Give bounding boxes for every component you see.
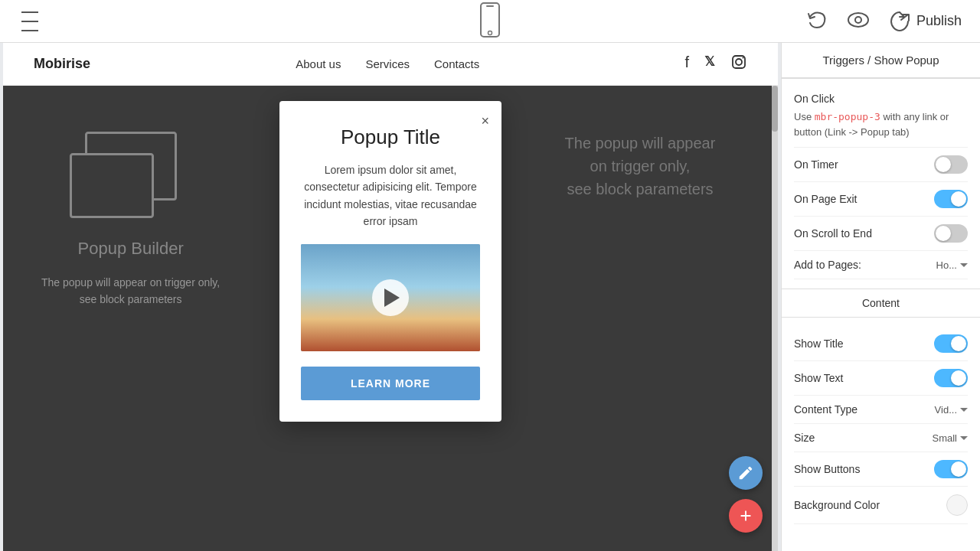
show-buttons-item: Show Buttons (794, 452, 968, 487)
scrollbar-thumb[interactable] (772, 86, 778, 132)
size-item: Size Small (794, 424, 968, 452)
show-title-label: Show Title (794, 337, 844, 350)
background-color-label: Background Color (794, 499, 880, 511)
play-triangle-icon (384, 289, 400, 307)
on-page-exit-label: On Page Exit (794, 193, 858, 205)
toolbar-right: Publish (806, 9, 962, 34)
right-placeholder-text: The popup will appear on trigger only,se… (564, 132, 717, 201)
on-timer-toggle-thumb (936, 157, 951, 172)
popup-close-button[interactable]: × (481, 113, 489, 129)
popup-builder-icon (70, 132, 192, 223)
on-scroll-to-end-label: On Scroll to End (794, 227, 872, 240)
show-text-toggle-thumb (951, 370, 966, 386)
right-placeholder: The popup will appear on trigger only,se… (564, 132, 717, 201)
background-color-item: Background Color (794, 487, 968, 524)
on-page-exit-toggle-thumb (951, 191, 966, 207)
svg-point-8 (743, 57, 744, 59)
svg-point-4 (855, 17, 861, 23)
size-label: Size (794, 432, 815, 444)
popup-builder-placeholder: Popup Builder The popup will appear on t… (41, 132, 220, 308)
learn-more-button[interactable]: LEARN MORE (301, 367, 480, 400)
on-timer-item: On Timer (794, 148, 968, 182)
show-buttons-toggle[interactable] (934, 460, 968, 478)
svg-point-3 (848, 13, 868, 27)
svg-point-1 (488, 31, 492, 34)
on-page-exit-item: On Page Exit (794, 182, 968, 217)
nav-socials: f 𝕏 (684, 54, 747, 74)
show-text-label: Show Text (794, 372, 843, 384)
on-scroll-to-end-item: On Scroll to End (794, 217, 968, 251)
nav-link-contacts[interactable]: Contacts (434, 57, 479, 70)
on-click-code: mbr-popup-3 (815, 111, 880, 122)
preview-nav: Mobirise About us Services Contacts f 𝕏 (3, 43, 778, 86)
popup-builder-title: Popup Builder (41, 239, 220, 259)
background-color-swatch[interactable] (946, 494, 968, 516)
show-text-item: Show Text (794, 361, 968, 396)
toolbar-left (18, 6, 41, 37)
content-type-chevron-icon (960, 408, 968, 412)
undo-icon[interactable] (806, 9, 828, 34)
show-title-toggle[interactable] (934, 334, 968, 353)
popup-modal-title: Popup Title (301, 126, 480, 149)
popup-builder-text: The popup will appear on trigger only,se… (41, 274, 220, 308)
nav-links: About us Services Contacts (296, 57, 479, 70)
size-chevron-icon (960, 436, 968, 440)
add-to-pages-dropdown[interactable]: Ho... (936, 259, 968, 271)
preview-container: Mobirise About us Services Contacts f 𝕏 (3, 43, 778, 551)
on-scroll-to-end-toggle[interactable] (934, 224, 968, 243)
facebook-icon[interactable]: f (684, 54, 689, 74)
play-button[interactable] (372, 279, 409, 316)
panel-header: Triggers / Show Popup (782, 43, 980, 79)
instagram-icon[interactable] (730, 54, 747, 74)
add-to-pages-label: Add to Pages: (794, 259, 861, 271)
size-dropdown[interactable]: Small (932, 432, 968, 444)
add-to-pages-value: Ho... (936, 259, 957, 271)
twitter-icon[interactable]: 𝕏 (704, 54, 715, 74)
preview-scrollbar[interactable] (772, 86, 778, 551)
nav-link-about[interactable]: About us (296, 57, 341, 70)
content-type-dropdown[interactable]: Vid... (935, 404, 968, 416)
edit-floating-button[interactable] (729, 456, 763, 490)
size-value: Small (932, 432, 957, 444)
toolbar: Publish (0, 0, 980, 43)
on-timer-label: On Timer (794, 158, 838, 171)
mobile-device-icon[interactable] (479, 2, 501, 41)
content-section-divider: Content (782, 289, 980, 318)
show-text-toggle[interactable] (934, 369, 968, 387)
on-click-desc-before: Use (794, 111, 815, 122)
site-logo: Mobirise (34, 56, 90, 72)
toolbar-center (479, 2, 501, 41)
preview-body: Popup Builder The popup will appear on t… (3, 86, 778, 551)
add-floating-button[interactable] (729, 499, 763, 533)
on-scroll-to-end-toggle-thumb (936, 226, 951, 241)
show-buttons-toggle-thumb (951, 461, 966, 477)
svg-point-7 (736, 59, 742, 65)
publish-label: Publish (916, 13, 962, 29)
nav-link-services[interactable]: Services (365, 57, 410, 70)
panel-section-content: Show Title Show Text Content Type Vid... (782, 321, 980, 530)
popup-modal-text: Lorem ipsum dolor sit amet, consectetur … (301, 161, 480, 230)
publish-button[interactable]: Publish (889, 11, 962, 32)
add-to-pages-chevron-icon (960, 263, 968, 267)
svg-rect-0 (481, 3, 499, 37)
content-type-item: Content Type Vid... (794, 396, 968, 424)
on-click-row: On Click Use mbr-popup-3 with any link o… (794, 85, 968, 148)
popup-video[interactable] (301, 244, 480, 351)
add-to-pages-item: Add to Pages: Ho... (794, 251, 968, 279)
menu-icon[interactable] (18, 6, 41, 37)
content-type-label: Content Type (794, 403, 858, 416)
on-click-desc: Use mbr-popup-3 with any link or button … (794, 109, 968, 139)
preview-icon[interactable] (846, 9, 871, 34)
show-buttons-label: Show Buttons (794, 463, 860, 475)
on-page-exit-toggle[interactable] (934, 190, 968, 208)
content-type-value: Vid... (935, 404, 957, 416)
on-click-label: On Click (794, 93, 968, 105)
panel-section-triggers: On Click Use mbr-popup-3 with any link o… (782, 79, 980, 285)
on-timer-toggle[interactable] (934, 155, 968, 174)
main-area: Mobirise About us Services Contacts f 𝕏 (0, 43, 980, 551)
show-title-item: Show Title (794, 327, 968, 361)
popup-modal: × Popup Title Lorem ipsum dolor sit amet… (279, 101, 501, 422)
show-title-toggle-thumb (951, 336, 966, 351)
right-panel: Triggers / Show Popup On Click Use mbr-p… (781, 43, 980, 551)
